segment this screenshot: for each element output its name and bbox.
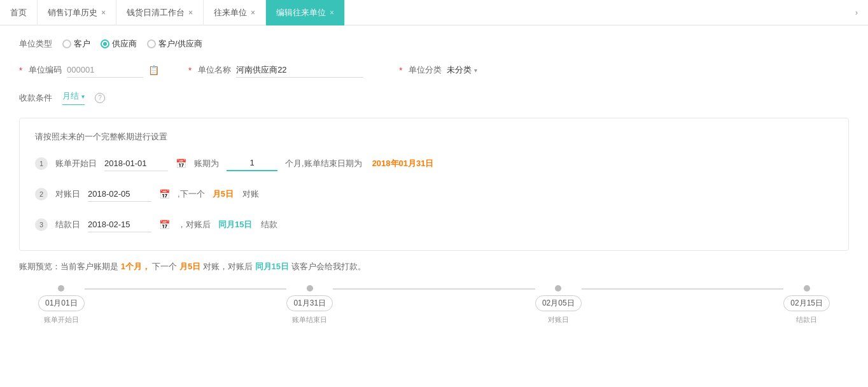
name-input[interactable] — [236, 62, 363, 78]
tab-sales-history-label: 销售订单历史 — [48, 7, 97, 18]
preview-reconcile-pre: 下一个 — [152, 262, 177, 271]
period-input[interactable] — [227, 155, 277, 171]
radio-customer[interactable]: 客户 — [62, 38, 90, 50]
tab-home[interactable]: 首页 — [5, 0, 38, 25]
tab-partner-close[interactable]: × — [251, 8, 255, 17]
timeline-node-1: 01月31日 账单结束日 — [286, 285, 333, 325]
timeline-line-0-1 — [85, 288, 287, 290]
setting-row-2: 2 对账日 📅 ,下一个 月5日 对账 — [35, 186, 833, 202]
tab-edit-partner-label: 编辑往来单位 — [276, 7, 326, 18]
category-label: 单位分类 — [409, 64, 442, 76]
row-3-date-input[interactable] — [88, 217, 151, 232]
tab-cashflow-close[interactable]: × — [188, 8, 193, 17]
code-copy-icon[interactable]: 📋 — [148, 65, 159, 75]
row-3-cal-icon[interactable]: 📅 — [159, 220, 170, 230]
timeline-node-0: 01月01日 账单开始日 — [38, 285, 85, 325]
payment-arrow-icon: ▾ — [81, 93, 85, 100]
code-group: * 单位编码 📋 — [19, 62, 159, 78]
tab-partner-label: 往来单位 — [214, 7, 247, 18]
radio-both[interactable]: 客户/供应商 — [147, 38, 202, 50]
code-input[interactable] — [67, 62, 143, 78]
tab-sales-history-close[interactable]: × — [101, 8, 106, 17]
row-1-end-date: 2018年01月31日 — [372, 158, 434, 169]
radio-both-circle — [147, 39, 156, 48]
setting-row-3: 3 结款日 📅 ，对账后 同月15日 结款 — [35, 217, 833, 232]
timeline-node-2: 02月05日 对账日 — [535, 285, 582, 325]
preview-pay-highlight: 同月15日 — [255, 262, 289, 271]
timeline-pill-0: 01月01日 — [38, 295, 85, 311]
main-content: 单位类型 客户 供应商 客户/供应商 * 单位编码 📋 * 单位名称 — [0, 25, 868, 387]
row-num-3: 3 — [35, 218, 48, 231]
radio-customer-label: 客户 — [74, 38, 90, 50]
payment-row: 收款条件 月结 ▾ ? — [19, 90, 849, 105]
tab-sales-history[interactable]: 销售订单历史 × — [38, 0, 116, 25]
code-name-category-row: * 单位编码 📋 * 单位名称 * 单位分类 未分类 ▾ — [19, 62, 849, 78]
timeline-dot-2 — [555, 285, 561, 292]
tab-partner[interactable]: 往来单位 × — [204, 0, 266, 25]
radio-supplier[interactable]: 供应商 — [101, 38, 137, 50]
category-select[interactable]: 未分类 ▾ — [447, 64, 477, 76]
timeline-line-1-2 — [333, 288, 535, 290]
row-num-1: 1 — [35, 157, 48, 170]
row-2-hint-post: 对账 — [242, 188, 259, 200]
row-2-hint-pre: ,下一个 — [178, 188, 205, 200]
category-required-star: * — [399, 66, 402, 75]
category-arrow-icon: ▾ — [474, 67, 477, 74]
preview-section: 账期预览：当前客户账期是 1个月， 下一个 月5日 对账，对账后 同月15日 该… — [19, 261, 849, 325]
category-group: * 单位分类 未分类 ▾ — [399, 64, 477, 76]
row-3-label: 结款日 — [55, 219, 80, 230]
row-1-label: 账单开始日 — [55, 158, 97, 169]
tab-more-chevron[interactable]: › — [850, 8, 863, 17]
preview-pay-post: 该客户会给我打款。 — [291, 262, 366, 271]
preview-reconcile-highlight: 月5日 — [179, 262, 200, 271]
tab-edit-partner[interactable]: 编辑往来单位 × — [266, 0, 345, 25]
payment-help-icon[interactable]: ? — [95, 93, 105, 103]
row-3-hint-highlight: 同月15日 — [218, 219, 252, 230]
tab-cashflow[interactable]: 钱货日清工作台 × — [116, 0, 204, 25]
timeline-line-2-3 — [582, 288, 784, 290]
row-1-period-pre: 账期为 — [194, 158, 219, 169]
radio-customer-circle — [62, 39, 71, 48]
timeline-dot-0 — [58, 285, 64, 292]
row-2-cal-icon[interactable]: 📅 — [159, 189, 170, 199]
tab-cashflow-label: 钱货日清工作台 — [127, 7, 185, 18]
timeline-pill-2: 02月05日 — [535, 295, 582, 311]
row-1-cal-icon[interactable]: 📅 — [176, 158, 186, 169]
unit-type-row: 单位类型 客户 供应商 客户/供应商 — [19, 38, 849, 50]
tab-edit-partner-close[interactable]: × — [330, 8, 334, 17]
code-required-star: * — [19, 66, 22, 75]
row-2-date-input[interactable] — [88, 186, 151, 202]
category-value: 未分类 — [447, 64, 472, 76]
unit-type-radio-group: 客户 供应商 客户/供应商 — [62, 38, 202, 50]
radio-supplier-label: 供应商 — [112, 38, 137, 50]
code-label: 单位编码 — [29, 64, 62, 76]
preview-text: 账期预览：当前客户账期是 1个月， 下一个 月5日 对账，对账后 同月15日 该… — [19, 261, 849, 272]
tab-home-label: 首页 — [10, 7, 27, 18]
row-3-hint-post: 结款 — [261, 219, 277, 230]
row-2-label: 对账日 — [55, 188, 80, 200]
timeline-label-0: 账单开始日 — [44, 315, 79, 325]
name-label: 单位名称 — [198, 64, 231, 76]
tab-bar: 首页 销售订单历史 × 钱货日清工作台 × 往来单位 × 编辑往来单位 × › — [0, 0, 868, 25]
timeline-container: 01月01日 账单开始日 01月31日 账单结束日 02月05日 — [19, 285, 849, 325]
timeline-label-3: 结款日 — [796, 315, 817, 325]
unit-type-label: 单位类型 — [19, 38, 52, 50]
preview-reconcile-post: 对账，对账后 — [203, 262, 253, 271]
radio-both-label: 客户/供应商 — [158, 38, 202, 50]
timeline-dot-3 — [804, 285, 810, 292]
settings-panel: 请按照未来的一个完整帐期进行设置 1 账单开始日 📅 账期为 个月,账单结束日期… — [19, 118, 849, 251]
timeline-pill-3: 02月15日 — [783, 295, 830, 311]
panel-title: 请按照未来的一个完整帐期进行设置 — [35, 131, 833, 143]
row-1-date-input[interactable] — [104, 156, 168, 171]
payment-label: 收款条件 — [19, 92, 52, 104]
preview-label: 账期预览：当前客户账期是 — [19, 262, 118, 271]
timeline-node-3: 02月15日 结款日 — [783, 285, 830, 325]
radio-supplier-circle — [101, 39, 109, 48]
name-required-star: * — [188, 66, 192, 75]
timeline-pill-1: 01月31日 — [286, 295, 333, 311]
payment-select[interactable]: 月结 ▾ — [62, 90, 85, 105]
row-2-hint-highlight: 月5日 — [213, 188, 234, 200]
payment-value: 月结 — [62, 90, 79, 102]
name-group: * 单位名称 — [188, 62, 363, 78]
setting-row-1: 1 账单开始日 📅 账期为 个月,账单结束日期为 2018年01月31日 — [35, 155, 833, 171]
